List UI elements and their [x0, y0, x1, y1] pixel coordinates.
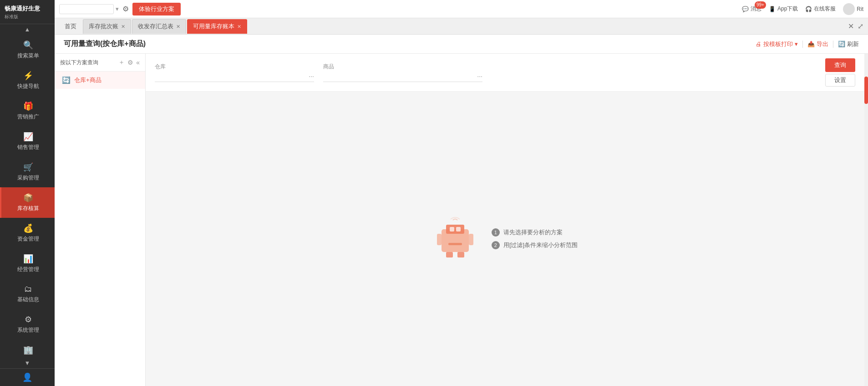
chevron-down-icon[interactable]: ▾	[116, 5, 119, 12]
online-service-label: 在线客服	[814, 5, 836, 13]
chevron-down-icon[interactable]: ▾	[795, 41, 798, 47]
sidebar-item-inventory[interactable]: 📦 库存核算	[0, 187, 55, 218]
svg-rect-2	[450, 227, 454, 232]
app-download-link[interactable]: 📱 App下载	[769, 5, 798, 13]
warehouse-input-wrapper: ···	[155, 72, 314, 82]
sidebar-user-area[interactable]: 👤	[0, 368, 55, 386]
online-service-link[interactable]: 🎧 在线客服	[805, 5, 836, 13]
svg-rect-4	[448, 243, 462, 245]
tab-close-icon[interactable]: ✕	[176, 24, 180, 30]
svg-rect-6	[469, 234, 473, 245]
tabbar: 首页 库存批次账 ✕ 收发存汇总表 ✕ 可用量库存账本 ✕ ✕ ⤢	[55, 18, 868, 35]
warehouse-more-icon[interactable]: ···	[309, 72, 314, 80]
svg-rect-5	[437, 234, 442, 245]
avatar	[843, 3, 855, 15]
sidebar-scroll-down[interactable]: ▼	[0, 358, 55, 368]
warehouse-input[interactable]	[155, 73, 306, 80]
tabbar-controls: ✕ ⤢	[848, 22, 863, 31]
empty-state-content: 1 请先选择要分析的方案 2 用[过滤]条件来缩小分析范围	[432, 216, 578, 262]
tab-close-icon[interactable]: ✕	[237, 24, 241, 30]
add-filter-button[interactable]: ＋	[118, 58, 125, 67]
scroll-indicator	[864, 77, 868, 104]
right-scrollbar[interactable]	[864, 54, 868, 386]
sidebar-item-label: 资金管理	[17, 235, 39, 243]
manage-filter-button[interactable]: ⚙	[127, 58, 133, 67]
empty-tip-1: 1 请先选择要分析的方案	[492, 228, 578, 237]
product-input[interactable]	[323, 73, 474, 80]
sidebar-item-enterprise[interactable]: 🏢 企业协同	[0, 340, 55, 358]
user-avatar-small: 👤	[22, 372, 32, 382]
filter-panel: 按以下方案查询 ＋ ⚙ « 🔄 仓库+商品	[55, 54, 146, 386]
sidebar-item-label: 采购管理	[17, 174, 39, 182]
sidebar-item-purchase[interactable]: 🛒 采购管理	[0, 157, 55, 187]
tab-batch-account[interactable]: 库存批次账 ✕	[83, 19, 131, 34]
user-name: Rit	[857, 6, 863, 12]
marketing-icon: 🎁	[23, 101, 33, 111]
headset-icon: 🎧	[805, 6, 812, 12]
product-more-icon[interactable]: ···	[477, 72, 482, 80]
tab-home[interactable]: 首页	[59, 20, 82, 33]
tab-collection-summary[interactable]: 收发存汇总表 ✕	[132, 19, 186, 34]
filter-item-label: 仓库+商品	[74, 76, 102, 84]
svg-rect-1	[446, 225, 464, 234]
basic-info-icon: 🗂	[24, 284, 32, 294]
user-profile[interactable]: Rit	[843, 3, 863, 15]
page-header: 可用量查询(按仓库+商品) 🖨 按模板打印 ▾ 📤 导出 🔄 刷新	[55, 35, 868, 54]
template-print-button[interactable]: 🖨 按模板打印 ▾	[756, 40, 798, 48]
tip-text-1: 请先选择要分析的方案	[503, 228, 563, 237]
close-tab-button[interactable]: ✕	[848, 22, 854, 31]
template-print-label: 按模板打印	[763, 40, 793, 48]
sidebar-item-label: 库存核算	[17, 205, 39, 212]
tab-close-icon[interactable]: ✕	[121, 24, 125, 30]
enterprise-icon: 🏢	[23, 345, 33, 355]
svg-rect-3	[456, 227, 461, 232]
sidebar-item-label: 系统管理	[17, 326, 39, 334]
app-download-label: App下载	[777, 5, 798, 13]
expand-button[interactable]: ⤢	[858, 22, 863, 31]
filter-panel-header: 按以下方案查询 ＋ ⚙ «	[55, 54, 145, 72]
tab-available-stock[interactable]: 可用量库存账本 ✕	[187, 19, 247, 34]
sidebar-scroll-up[interactable]: ▲	[0, 24, 55, 35]
warehouse-label: 仓库	[155, 63, 314, 71]
topbar-right: 💬 消息 99+ 📱 App下载 🎧 在线客服 Rit	[742, 3, 863, 15]
sidebar-nav: 🔍 搜索菜单 ⚡ 快捷导航 🎁 营销推广 📈 销售管理 🛒 采购管理 📦 库存核…	[0, 35, 55, 358]
sidebar-item-quick-nav[interactable]: ⚡ 快捷导航	[0, 65, 55, 96]
product-label: 商品	[323, 63, 482, 71]
query-area: 仓库 ··· 商品 ··· 查询 设置	[146, 54, 864, 386]
phone-icon: 📱	[769, 6, 776, 12]
warehouse-product-icon: 🔄	[62, 76, 71, 84]
purchase-icon: 🛒	[23, 162, 33, 172]
sidebar-item-basic-info[interactable]: 🗂 基础信息	[0, 279, 55, 309]
filter-item-warehouse-product[interactable]: 🔄 仓库+商品	[55, 72, 145, 89]
page-title: 可用量查询(按仓库+商品)	[64, 39, 146, 49]
sidebar-item-sales[interactable]: 📈 销售管理	[0, 126, 55, 157]
sidebar-item-operations[interactable]: 📊 经营管理	[0, 248, 55, 279]
empty-state: 1 请先选择要分析的方案 2 用[过滤]条件来缩小分析范围	[146, 92, 864, 386]
notification-icon: 💬	[742, 6, 749, 12]
notification-badge: 99+	[755, 1, 766, 9]
gear-icon[interactable]: ⚙	[122, 5, 129, 13]
tip-number-2: 2	[492, 241, 500, 249]
topbar: ▾ ⚙ 体验行业方案 💬 消息 99+ 📱 App下载 🎧 在线客服 Rit	[55, 0, 868, 18]
svg-rect-8	[457, 252, 464, 257]
sidebar-item-finance[interactable]: 💰 资金管理	[0, 218, 55, 248]
trial-industry-button[interactable]: 体验行业方案	[132, 3, 181, 15]
query-actions: 查询 设置	[825, 58, 855, 87]
query-button[interactable]: 查询	[825, 58, 855, 72]
sidebar-item-label: 基础信息	[17, 296, 39, 304]
sidebar-item-marketing[interactable]: 🎁 营销推广	[0, 96, 55, 126]
sidebar-item-system[interactable]: ⚙ 系统管理	[0, 309, 55, 340]
content-area: 按以下方案查询 ＋ ⚙ « 🔄 仓库+商品 仓库 ···	[55, 54, 868, 386]
sidebar-item-search[interactable]: 🔍 搜索菜单	[0, 35, 55, 65]
filter-header-actions: ＋ ⚙ «	[118, 58, 140, 67]
collapse-panel-button[interactable]: «	[136, 58, 140, 67]
search-input[interactable]	[59, 4, 114, 14]
operations-icon: 📊	[23, 254, 33, 264]
divider	[833, 41, 833, 48]
settings-button[interactable]: 设置	[825, 74, 855, 87]
sidebar-item-label: 搜索菜单	[17, 52, 39, 60]
export-button[interactable]: 📤 导出	[807, 40, 828, 48]
tab-label: 可用量库存账本	[193, 22, 234, 31]
notification-area[interactable]: 💬 消息 99+	[742, 5, 761, 13]
refresh-button[interactable]: 🔄 刷新	[838, 40, 859, 48]
